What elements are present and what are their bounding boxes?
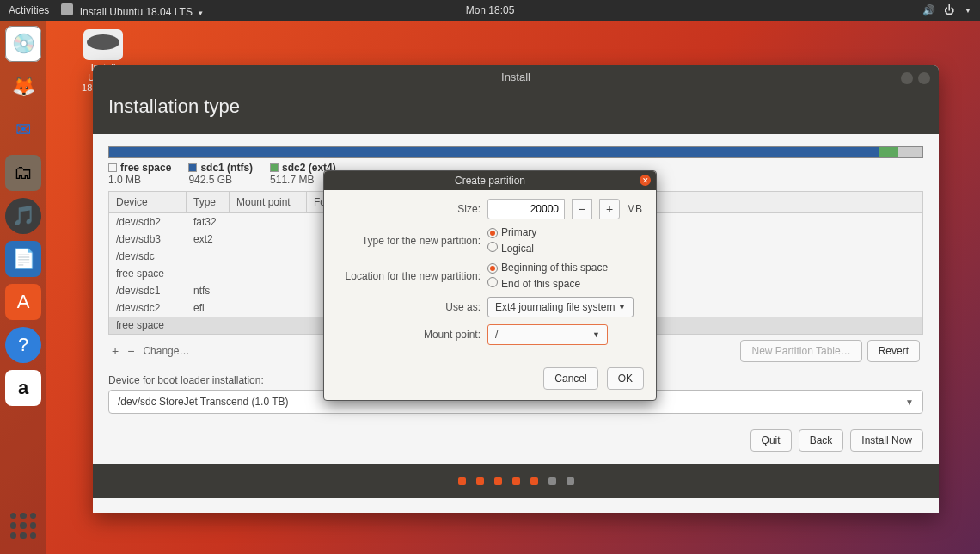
app-icon — [61, 3, 73, 15]
thunderbird-launcher-icon[interactable]: ✉ — [5, 112, 41, 148]
radio-primary[interactable]: Primary — [487, 226, 536, 238]
radio-icon — [487, 242, 498, 252]
dot-icon[interactable] — [476, 477, 484, 485]
chevron-down-icon: ▼ — [197, 9, 204, 17]
swatch-icon — [188, 163, 197, 172]
chevron-down-icon: ▼ — [905, 397, 914, 407]
size-unit: MB — [627, 203, 642, 215]
quit-button[interactable]: Quit — [750, 429, 792, 452]
clock[interactable]: Mon 18:05 — [466, 4, 515, 16]
mount-point-label: Mount point: — [336, 329, 481, 341]
dot-icon[interactable] — [458, 477, 466, 485]
dot-icon[interactable] — [567, 477, 574, 485]
radio-label: Beginning of this space — [501, 262, 608, 274]
ok-button[interactable]: OK — [607, 367, 644, 390]
activities-button[interactable]: Activities — [9, 4, 49, 16]
volume-icon[interactable]: 🔊 — [922, 4, 935, 16]
remove-partition-button[interactable]: − — [127, 344, 134, 358]
legend-label: free space — [120, 162, 171, 174]
radio-beginning[interactable]: Beginning of this space — [487, 262, 608, 274]
radio-label: Primary — [501, 226, 536, 238]
bootloader-value: /dev/sdc StoreJet Transcend (1.0 TB) — [118, 396, 289, 408]
window-title: Install — [93, 65, 939, 83]
use-as-select[interactable]: Ext4 journaling file system ▼ — [487, 297, 634, 317]
legend-label: sdc1 (ntfs) — [200, 162, 253, 174]
show-apps-icon[interactable] — [10, 513, 36, 539]
help-launcher-icon[interactable]: ? — [5, 327, 41, 363]
mount-point-select[interactable]: / ▼ — [487, 324, 608, 345]
dialog-close-icon[interactable]: ✕ — [640, 175, 651, 186]
disk-icon — [83, 29, 123, 60]
size-input[interactable] — [487, 199, 565, 219]
chevron-down-icon[interactable]: ▼ — [965, 7, 971, 15]
amazon-launcher-icon[interactable]: a — [5, 370, 41, 406]
libreoffice-launcher-icon[interactable]: 📄 — [5, 241, 41, 277]
software-launcher-icon[interactable]: A — [5, 284, 41, 320]
dot-icon[interactable] — [512, 477, 520, 485]
swatch-icon — [270, 163, 279, 172]
new-partition-table-button[interactable]: New Partition Table… — [740, 340, 861, 362]
dot-icon[interactable] — [494, 477, 502, 485]
use-as-label: Use as: — [336, 301, 481, 313]
select-value: Ext4 journaling file system — [495, 301, 615, 313]
installer-launcher-icon[interactable]: 💿 — [5, 26, 41, 62]
radio-icon — [487, 228, 498, 238]
type-label: Type for the new partition: — [336, 235, 481, 247]
radio-end[interactable]: End of this space — [487, 277, 608, 290]
legend-size: 1.0 MB — [108, 174, 171, 186]
disk-usage-bar — [108, 146, 923, 158]
window-header: Install Installation type — [93, 65, 939, 134]
rhythmbox-launcher-icon[interactable]: 🎵 — [5, 198, 41, 234]
select-value: / — [495, 329, 498, 341]
files-launcher-icon[interactable]: 🗂 — [5, 155, 41, 191]
radio-label: End of this space — [501, 278, 580, 290]
install-now-button[interactable]: Install Now — [850, 429, 923, 452]
top-panel: Activities Install Ubuntu 18.04 LTS ▼ Mo… — [0, 0, 980, 21]
col-device: Device — [109, 192, 187, 212]
launcher-dock: 💿 🦊 ✉ 🗂 🎵 📄 A ? a — [0, 21, 46, 554]
page-heading: Installation type — [93, 83, 939, 118]
swatch-icon — [108, 163, 117, 172]
dot-icon[interactable] — [548, 477, 556, 485]
radio-icon — [487, 277, 498, 287]
size-increment-button[interactable]: + — [599, 199, 620, 219]
chevron-down-icon: ▼ — [618, 303, 626, 311]
size-decrement-button[interactable]: − — [572, 199, 592, 219]
location-label: Location for the new partition: — [336, 270, 481, 282]
window-minimize-icon[interactable] — [901, 72, 913, 84]
dot-icon[interactable] — [530, 477, 538, 485]
slideshow-dots — [93, 464, 939, 498]
power-icon[interactable]: ⏻ — [944, 4, 954, 16]
col-type: Type — [187, 192, 230, 212]
cancel-button[interactable]: Cancel — [543, 367, 597, 390]
radio-logical[interactable]: Logical — [487, 242, 536, 255]
add-partition-button[interactable]: + — [112, 344, 119, 358]
legend-size: 942.5 GB — [188, 174, 253, 186]
radio-label: Logical — [501, 243, 534, 255]
chevron-down-icon: ▼ — [592, 330, 600, 339]
dialog-title: Create partition ✕ — [324, 171, 656, 190]
revert-button[interactable]: Revert — [867, 340, 920, 362]
active-app-name: Install Ubuntu 18.04 LTS — [80, 6, 193, 18]
radio-icon — [487, 263, 498, 274]
window-close-icon[interactable] — [918, 72, 930, 84]
size-label: Size: — [336, 203, 481, 215]
change-partition-button[interactable]: Change… — [143, 345, 189, 357]
col-mount: Mount point — [230, 192, 307, 212]
active-app-indicator[interactable]: Install Ubuntu 18.04 LTS ▼ — [61, 3, 204, 18]
back-button[interactable]: Back — [799, 429, 844, 452]
firefox-launcher-icon[interactable]: 🦊 — [5, 69, 41, 105]
create-partition-dialog: Create partition ✕ Size: − + MB Type for… — [323, 170, 657, 401]
